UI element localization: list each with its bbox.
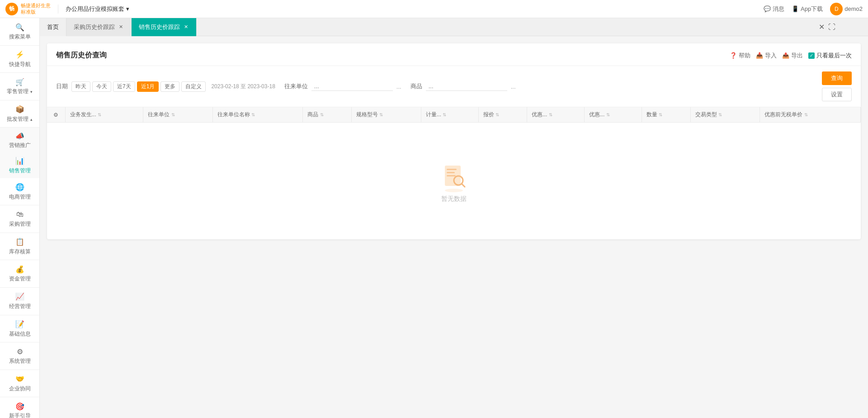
sidebar-item-system-mgmt[interactable]: ⚙ 系统管理 [0, 342, 39, 370]
gear-icon: ⚙ [53, 112, 58, 118]
enterprise-icon: 🤝 [15, 375, 24, 384]
message-icon: 💬 [764, 5, 771, 12]
th-no-tax-price[interactable]: 优惠前无税单价 ⇅ [760, 107, 861, 123]
sidebar-label-sales-mgmt: 销售管理 [9, 167, 31, 175]
th-discount2[interactable]: 优惠... ⇅ [585, 107, 642, 123]
ecommerce-mgmt-icon: 🌐 [15, 183, 24, 192]
import-label: 导入 [765, 52, 777, 60]
tab-purchase-history-close[interactable]: ✕ [118, 24, 124, 30]
date-filter-label: 日期 [56, 82, 68, 90]
sidebar-item-ecommerce-mgmt[interactable]: 🌐 电商管理 [0, 178, 39, 206]
sidebar-item-wholesale-mgmt[interactable]: 📦 批发管理 ▴ [0, 100, 39, 128]
partner-filter-input[interactable] [311, 82, 393, 91]
sidebar-item-inventory[interactable]: 📋 库存核算 [0, 233, 39, 261]
tab-bar-actions: ✕ ⛶ [819, 23, 841, 31]
sidebar-item-operation-mgmt[interactable]: 📈 经营管理 [0, 288, 39, 315]
th-no-tax-price-sort-icon: ⇅ [804, 112, 808, 117]
th-partner-code[interactable]: 往来单位 ⇅ [143, 107, 213, 123]
th-quote[interactable]: 报价 ⇅ [478, 107, 527, 123]
help-label: 帮助 [739, 52, 750, 60]
only-last-checkbox[interactable]: ✓ [808, 52, 815, 59]
header-right: 💬 消息 📱 App下载 D demo2 [764, 3, 863, 15]
th-goods-sort-icon: ⇅ [320, 112, 324, 117]
th-trade-type-label: 交易类型 [695, 111, 717, 118]
goods-filter-dots: ... [511, 83, 516, 90]
tab-home[interactable]: 首页 [40, 18, 66, 36]
help-icon: ❓ [730, 52, 737, 59]
th-discount2-label: 优惠... [589, 111, 604, 118]
help-btn[interactable]: ❓ 帮助 [730, 52, 750, 60]
th-partner-name[interactable]: 往来单位名称 ⇅ [212, 107, 303, 123]
tab-purchase-history[interactable]: 采购历史价跟踪 ✕ [66, 18, 132, 36]
sidebar-item-purchase-mgmt[interactable]: 🛍 采购管理 [0, 205, 39, 233]
table-container: ⚙ 业务发生... ⇅ 往来单位 ⇅ [47, 107, 861, 239]
sidebar-item-guide[interactable]: 🎯 新手引导 [0, 397, 39, 418]
tab-sales-history[interactable]: 销售历史价跟踪 ✕ [132, 18, 197, 36]
app-selector[interactable]: 办公用品行业模拟账套 ▾ [66, 5, 129, 13]
th-partner-name-label: 往来单位名称 [217, 111, 250, 118]
tab-sales-history-close[interactable]: ✕ [183, 24, 189, 30]
sidebar-item-basic-info[interactable]: 📝 基础信息 [0, 315, 39, 343]
th-trade-type-sort-icon: ⇅ [718, 112, 722, 117]
goods-filter-input[interactable] [426, 82, 507, 91]
th-partner-code-sort-icon: ⇅ [171, 112, 175, 117]
sidebar-label-wholesale-mgmt: 批发管理 ▴ [7, 116, 32, 123]
user-name: demo2 [844, 5, 863, 12]
th-discount1[interactable]: 优惠... ⇅ [527, 107, 585, 123]
sidebar-label-finance-mgmt: 资金管理 [9, 276, 31, 283]
settings-button[interactable]: 设置 [822, 88, 852, 101]
guide-icon: 🎯 [15, 402, 24, 411]
th-trade-type[interactable]: 交易类型 ⇅ [690, 107, 760, 123]
purchase-history-tab-label: 采购历史价跟踪 [74, 23, 115, 31]
sidebar-item-sales-mgmt[interactable]: 📊 销售管理 [0, 153, 39, 178]
svg-point-0 [445, 189, 463, 192]
import-btn[interactable]: 📥 导入 [756, 52, 777, 60]
th-goods[interactable]: 商品 ⇅ [303, 107, 352, 123]
date-btn-yesterday[interactable]: 昨天 [71, 81, 90, 92]
goods-filter-group: 商品 ... [410, 82, 516, 91]
only-last-checkbox-area[interactable]: ✓ 只看最后一次 [808, 52, 852, 60]
sidebar-item-quick-nav[interactable]: ⚡ 快捷导航 [0, 46, 39, 73]
tab-bar: 首页 采购历史价跟踪 ✕ 销售历史价跟踪 ✕ ✕ ⛶ [40, 18, 868, 36]
th-biz-date[interactable]: 业务发生... ⇅ [65, 107, 143, 123]
message-action[interactable]: 💬 消息 [764, 5, 784, 13]
th-spec[interactable]: 规格型号 ⇅ [352, 107, 421, 123]
date-btn-custom[interactable]: 自定义 [181, 81, 206, 92]
th-unit[interactable]: 计量... ⇅ [421, 107, 478, 123]
finance-mgmt-icon: 💰 [15, 265, 24, 274]
partner-filter-dots: ... [396, 83, 401, 90]
export-btn[interactable]: 📤 导出 [782, 52, 803, 60]
sales-history-tab-label: 销售历史价跟踪 [139, 23, 180, 31]
page-card: 销售历史价查询 ❓ 帮助 📥 导入 📤 导出 [47, 43, 861, 239]
tab-minimize-icon[interactable]: ✕ [819, 23, 825, 31]
page-content: 销售历史价查询 ❓ 帮助 📥 导入 📤 导出 [40, 36, 868, 418]
sidebar-item-retail-mgmt[interactable]: 🛒 零售管理 ▾ [0, 73, 39, 100]
download-action[interactable]: 📱 App下载 [792, 5, 823, 13]
th-quote-sort-icon: ⇅ [495, 112, 499, 117]
th-qty[interactable]: 数量 ⇅ [642, 107, 691, 123]
date-btn-today[interactable]: 今天 [92, 81, 111, 92]
th-no-tax-price-label: 优惠前无税单价 [764, 111, 802, 118]
th-partner-code-label: 往来单位 [148, 111, 170, 118]
sidebar-item-enterprise[interactable]: 🤝 企业协同 [0, 370, 39, 398]
svg-rect-3 [447, 172, 455, 173]
partner-filter-label: 往来单位 [284, 82, 308, 90]
search-menu-icon: 🔍 [15, 23, 24, 32]
svg-rect-2 [447, 169, 457, 170]
date-btn-1month[interactable]: 近1月 [137, 81, 159, 92]
import-icon: 📥 [756, 52, 763, 59]
svg-line-6 [462, 184, 465, 187]
page-header: 销售历史价查询 ❓ 帮助 📥 导入 📤 导出 [47, 43, 861, 66]
table-body: 暂无数据 [47, 123, 861, 240]
th-gear[interactable]: ⚙ [47, 107, 65, 123]
th-biz-date-label: 业务发生... [70, 111, 96, 118]
sidebar-item-search-menu[interactable]: 🔍 搜索菜单 [0, 18, 39, 46]
query-button[interactable]: 查询 [822, 71, 852, 85]
tab-maximize-icon[interactable]: ⛶ [828, 23, 835, 31]
sidebar-item-marketing[interactable]: 📣 营销推广 [0, 128, 39, 153]
date-btn-7days[interactable]: 近7天 [113, 81, 135, 92]
sidebar-item-finance-mgmt[interactable]: 💰 资金管理 [0, 260, 39, 288]
date-btn-more[interactable]: 更多 [160, 81, 179, 92]
wholesale-expand-icon: ▴ [30, 117, 33, 122]
user-area[interactable]: D demo2 [830, 3, 863, 15]
